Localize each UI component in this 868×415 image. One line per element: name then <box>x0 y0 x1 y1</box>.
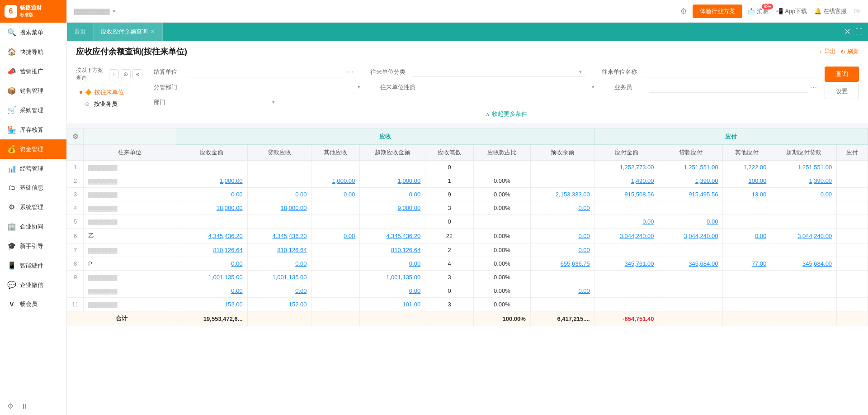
yingfu_je-cell[interactable]: 345,761.00 <box>594 257 659 271</box>
sidebar-item-base-info[interactable]: 🗂 基础信息 <box>0 178 66 197</box>
sidebar-item-weixin[interactable]: 💬 企业微信 <box>0 275 66 295</box>
yushou_yu_e-cell[interactable]: 0.00 <box>530 201 594 215</box>
yingshou_je-cell[interactable]: 1,001,135.00 <box>176 271 247 284</box>
tab-home[interactable]: 首页 <box>67 23 94 41</box>
wanglai-name-input[interactable] <box>644 67 817 77</box>
qita_yingshou-cell[interactable]: 0.00 <box>311 188 360 201</box>
settings-footer-icon[interactable]: ⚙ <box>7 402 14 410</box>
daikuan_yingshou-cell[interactable]: 152.00 <box>247 298 311 311</box>
yingshou_je-cell[interactable]: 0.00 <box>176 284 247 298</box>
chaoqi_yingfu_kuan-cell[interactable]: 345,684.00 <box>771 257 837 271</box>
daikuan_yingshou-cell[interactable]: 1,001,135.00 <box>247 271 311 284</box>
chaoqi_yingshou_je-cell[interactable]: 0.00 <box>360 284 425 298</box>
filter-wanglai-fenlei[interactable]: ▾ <box>413 67 586 77</box>
tab-maximize-icon[interactable]: ⛶ <box>855 28 863 36</box>
tab-query[interactable]: 应收应付余额查询 ✕ <box>94 23 163 41</box>
topbar-settings-icon[interactable]: ⚙ <box>680 6 687 16</box>
chaoqi_yingshou_je-cell[interactable]: 101.00 <box>360 298 425 311</box>
export-button[interactable]: ↑ 导出 <box>820 48 836 56</box>
qita_yingfu-cell[interactable]: 77.00 <box>723 257 771 271</box>
chaoqi_yingshou_je-cell[interactable]: 1,000.00 <box>360 174 425 188</box>
scheme-wanglai[interactable]: 🔶 按往来单位 <box>76 86 142 98</box>
yewuyuan-dots-icon[interactable]: ··· <box>810 83 817 91</box>
chaoqi_yingfu_kuan-cell[interactable]: 1,251,551.00 <box>771 161 837 174</box>
sidebar-item-quick-nav[interactable]: 🏠 快捷导航 <box>0 42 66 62</box>
yingfu_je-cell[interactable]: 0.00 <box>594 215 659 229</box>
table-wrapper[interactable]: ⚙ 应收 应付 往来单位 应收金额 贷款应收 其他应收 <box>67 129 868 326</box>
qita_yingshou-cell[interactable]: 0.00 <box>311 229 360 243</box>
sidebar-item-vip[interactable]: V 畅会员 <box>0 295 66 314</box>
daikuan_yingshou-cell[interactable]: 0.00 <box>247 284 311 298</box>
collapse-more-btn[interactable]: ∧ 收起更多条件 <box>154 107 859 118</box>
chaoqi_yingshou_je-cell[interactable]: 9,000.00 <box>360 201 425 215</box>
yingshou_je-cell[interactable]: 0.00 <box>176 188 247 201</box>
query-button[interactable]: 查询 <box>825 67 859 82</box>
user-name[interactable]: Rit <box>854 8 861 14</box>
yingshou_je-cell[interactable]: 152.00 <box>176 298 247 311</box>
yingshou_je-cell[interactable]: 18,000.00 <box>176 201 247 215</box>
yushou_yu_e-cell[interactable]: 0.00 <box>530 284 594 298</box>
qita_yingfu-cell[interactable]: 1,222.00 <box>723 161 771 174</box>
daikuan_yingfu-cell[interactable]: 1,390.00 <box>659 174 723 188</box>
jiesuan-input[interactable] <box>188 67 344 77</box>
online-service-btn[interactable]: 🔔 在线客服 <box>814 7 847 15</box>
yingfu_je-cell[interactable]: 1,490.00 <box>594 174 659 188</box>
filter-fenguan-bumen[interactable]: ▾ <box>188 82 364 92</box>
sidebar-item-sales[interactable]: 📦 销售管理 <box>0 81 66 100</box>
sidebar-item-smart-hw[interactable]: 📱 智能硬件 <box>0 256 66 275</box>
refresh-button[interactable]: ↻ 刷新 <box>840 48 859 56</box>
table-settings-icon[interactable]: ⚙ <box>72 133 78 141</box>
collapse-footer-icon[interactable]: ⏸ <box>21 402 28 410</box>
yingfu_je-cell[interactable]: 915,508.56 <box>594 188 659 201</box>
notice-btn[interactable]: 📩 消息 99+ <box>748 7 769 15</box>
qita_yingfu-cell[interactable]: 100.00 <box>723 174 771 188</box>
chaoqi_yingshou_je-cell[interactable]: 810,126.64 <box>360 243 425 257</box>
yingshou_je-cell[interactable]: 0.00 <box>176 257 247 271</box>
app-download-btn[interactable]: 📲 App下载 <box>776 7 807 15</box>
yingshou_je-cell[interactable]: 4,345,436.20 <box>176 229 247 243</box>
yingshou_je-cell[interactable]: 1,000.00 <box>176 174 247 188</box>
daikuan_yingfu-cell[interactable]: 345,684.00 <box>659 257 723 271</box>
yewuyuan-input[interactable] <box>649 82 808 93</box>
scheme-edit-icon[interactable]: ⊙ <box>121 69 131 79</box>
sidebar-item-search-menu[interactable]: 🔍 搜索菜单 <box>0 23 66 42</box>
yushou_yu_e-cell[interactable]: 0.00 <box>530 229 594 243</box>
yingfu_je-cell[interactable]: 3,044,240.00 <box>594 229 659 243</box>
filter-bumen[interactable]: ▾ <box>188 97 278 107</box>
daikuan_yingshou-cell[interactable]: 0.00 <box>247 188 311 201</box>
yushou_yu_e-cell[interactable]: 2,153,333.00 <box>530 188 594 201</box>
scheme-collapse-icon[interactable]: « <box>132 69 142 79</box>
scheme-yewuyuan[interactable]: ⊙ 按业务员 <box>76 98 142 110</box>
chaoqi_yingshou_je-cell[interactable]: 0.00 <box>360 257 425 271</box>
chaoqi_yingfu_kuan-cell[interactable]: 3,044,240.00 <box>771 229 837 243</box>
daikuan_yingfu-cell[interactable]: 0.00 <box>659 215 723 229</box>
yingfu_je-cell[interactable]: 1,252,773.00 <box>594 161 659 174</box>
promo-button[interactable]: 体验行业方案 <box>693 5 742 18</box>
yushou_yu_e-cell[interactable]: 655,636.75 <box>530 257 594 271</box>
settings-button[interactable]: 设置 <box>825 84 859 99</box>
daikuan_yingshou-cell[interactable]: 4,345,436.20 <box>247 229 311 243</box>
scheme-add-icon[interactable]: + <box>109 69 119 79</box>
jiesuan-dots-icon[interactable]: ··· <box>346 68 354 76</box>
daikuan_yingfu-cell[interactable]: 3,044,240.00 <box>659 229 723 243</box>
sidebar-item-inventory[interactable]: 🏪 库存核算 <box>0 120 66 139</box>
sidebar-item-system[interactable]: ⚙ 系统管理 <box>0 197 66 217</box>
yushou_yu_e-cell[interactable]: 0.00 <box>530 243 594 257</box>
yingshou_je-cell[interactable]: 810,126.64 <box>176 243 247 257</box>
tab-close-window-icon[interactable]: ✕ <box>844 27 851 37</box>
filter-wanglai-xingzhi[interactable]: ▾ <box>423 82 599 92</box>
daikuan_yingfu-cell[interactable]: 915,495.56 <box>659 188 723 201</box>
chaoqi_yingshou_je-cell[interactable]: 0.00 <box>360 188 425 201</box>
daikuan_yingfu-cell[interactable]: 1,251,551.00 <box>659 161 723 174</box>
chaoqi_yingfu_kuan-cell[interactable]: 0.00 <box>771 188 837 201</box>
chaoqi_yingshou_je-cell[interactable]: 4,345,436.20 <box>360 229 425 243</box>
chaoqi_yingfu_kuan-cell[interactable]: 1,390.00 <box>771 174 837 188</box>
qita_yingfu-cell[interactable]: 0.00 <box>723 229 771 243</box>
breadcrumb-dropdown-icon[interactable]: ▾ <box>113 8 116 14</box>
chaoqi_yingshou_je-cell[interactable]: 1,001,135.00 <box>360 271 425 284</box>
sidebar-item-operations[interactable]: 📊 经营管理 <box>0 159 66 178</box>
daikuan_yingshou-cell[interactable]: 18,000.00 <box>247 201 311 215</box>
daikuan_yingshou-cell[interactable]: 810,126.64 <box>247 243 311 257</box>
qita_yingshou-cell[interactable]: 1,000.00 <box>311 174 360 188</box>
tab-close-icon[interactable]: ✕ <box>151 29 155 35</box>
